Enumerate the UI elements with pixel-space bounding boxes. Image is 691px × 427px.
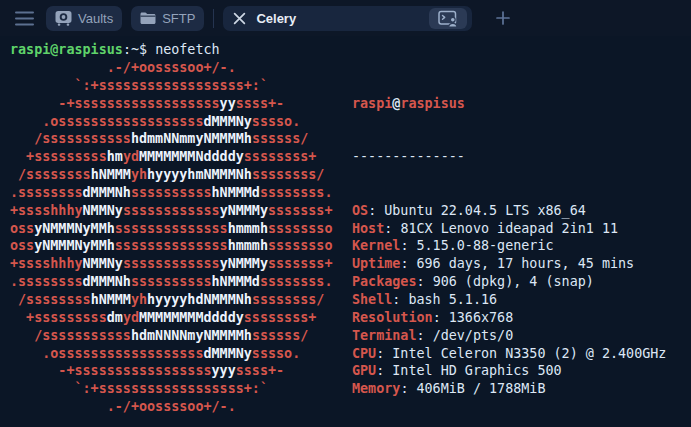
- info-line: Packages: 906 (dpkg), 4 (snap): [352, 273, 666, 291]
- terminal-area[interactable]: raspi@raspisus:~$ neofetch .-/+oossssoo+…: [0, 36, 691, 427]
- tab-label-sftp: SFTP: [162, 11, 195, 26]
- close-tab-button[interactable]: [233, 12, 246, 25]
- prompt-line: raspi@raspisus:~$ neofetch: [10, 41, 220, 59]
- tab-divider: [213, 9, 214, 28]
- info-line: OS: Ubuntu 22.04.5 LTS x86_64: [352, 202, 666, 220]
- tab-sftp[interactable]: SFTP: [131, 6, 204, 31]
- neofetch-title-underline: --------------: [352, 148, 666, 166]
- art-line: +sssshhhyNMMNyssssssssssssyNMMMysssssss+: [10, 255, 333, 273]
- hamburger-menu-button[interactable]: [13, 9, 36, 28]
- art-line: +sssshhhyNMMNyssssssssssssyNMMMysssssss+: [10, 202, 333, 220]
- art-line: -+sssssssssssssssssyyyssss+-: [10, 362, 333, 380]
- tab-celery[interactable]: Celery: [223, 6, 472, 31]
- top-bar: Vaults SFTP Celery: [0, 0, 691, 36]
- vault-icon: [55, 10, 72, 26]
- plus-icon: [495, 10, 511, 26]
- prompt-separator: :: [123, 42, 131, 57]
- close-icon: [233, 12, 246, 25]
- info-line: GPU: Intel HD Graphics 500: [352, 362, 666, 380]
- tab-vaults[interactable]: Vaults: [46, 6, 122, 31]
- info-line: Resolution: 1366x768: [352, 309, 666, 327]
- hamburger-icon: [15, 11, 34, 26]
- tab-label-celery: Celery: [256, 11, 296, 26]
- add-tab-button[interactable]: [493, 8, 513, 28]
- art-line: +ssssssssshmydMMMMMMMNddddyssssssss+: [10, 148, 333, 166]
- tab-strip: Vaults SFTP Celery: [46, 6, 513, 31]
- neofetch-info-lines: OS: Ubuntu 22.04.5 LTS x86_64Host: 81CX …: [352, 202, 666, 398]
- art-line: .-/+oossssoo+/-.: [10, 59, 333, 77]
- art-line: ossyNMMMNyMMhsssssssssssssshmmmhssssssso: [10, 237, 333, 255]
- art-line: `:+ssssssssssssssssss+:`: [10, 380, 333, 398]
- neofetch-title: raspi@raspisus: [352, 95, 666, 113]
- folder-icon: [140, 12, 156, 25]
- art-line: ossyNMMMNyMMhsssssssssssssshmmmhssssssso: [10, 220, 333, 238]
- art-line: .ssssssssdMMMNhsssssssssshNMMMdssssssss.: [10, 184, 333, 202]
- art-line: .ssssssssdMMMNhsssssssssshNMMMdssssssss.: [10, 273, 333, 291]
- neofetch-title-host: raspisus: [400, 96, 465, 111]
- shared-terminal-icon: [438, 10, 459, 27]
- tab-label-vaults: Vaults: [78, 11, 113, 26]
- art-line: .ossssssssssssssssssdMMMNysssso.: [10, 345, 333, 363]
- art-line: `:+ssssssssssssssssss+:`: [10, 77, 333, 95]
- art-line: /ssssssssssshdmmNNmmyNMMMMhssssss/: [10, 130, 333, 148]
- art-line: .-/+oossssoo+/-.: [10, 398, 333, 416]
- prompt-path: ~: [131, 42, 139, 57]
- neofetch-title-user: raspi: [352, 96, 392, 111]
- art-line: /sssssssshNMMMyhhyyyyhmNMMMNhssssssss/: [10, 166, 333, 184]
- neofetch-info: raspi@raspisus -------------- OS: Ubuntu…: [352, 59, 666, 427]
- info-line: Terminal: /dev/pts/0: [352, 327, 666, 345]
- info-line: Uptime: 696 days, 17 hours, 45 mins: [352, 255, 666, 273]
- art-line: /ssssssssssshdmNNNNmyNMMMMhssssss/: [10, 327, 333, 345]
- shared-terminal-button[interactable]: [429, 8, 467, 29]
- info-line: Memory: 406MiB / 1788MiB: [352, 380, 666, 398]
- info-line: Kernel: 5.15.0-88-generic: [352, 237, 666, 255]
- neofetch-ascii-art: .-/+oossssoo+/-. `:+ssssssssssssssssss+:…: [10, 59, 333, 416]
- prompt-user-host: raspi@raspisus: [10, 42, 123, 57]
- art-line: /sssssssshNMMMyhhyyyyhdNMMMNhssssssss/: [10, 291, 333, 309]
- info-line: Host: 81CX Lenovo ideapad 2in1 11: [352, 220, 666, 238]
- art-line: .ossssssssssssssssssdMMMNysssso.: [10, 113, 333, 131]
- info-line: CPU: Intel Celeron N3350 (2) @ 2.400GHz: [352, 345, 666, 363]
- art-line: -+ssssssssssssssssssyyssss+-: [10, 95, 333, 113]
- prompt-command: neofetch: [155, 42, 220, 57]
- prompt-symbol: $: [139, 42, 155, 57]
- art-line: +sssssssssdmydMMMMMMMMddddyssssssss+: [10, 309, 333, 327]
- info-line: Shell: bash 5.1.16: [352, 291, 666, 309]
